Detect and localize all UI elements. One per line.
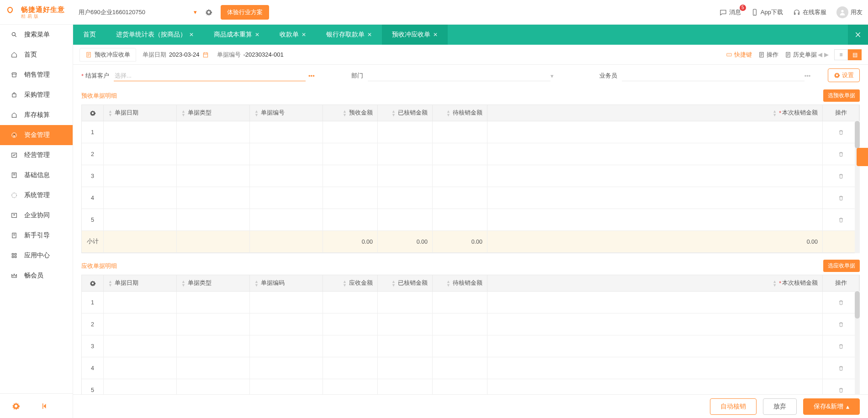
col-code[interactable]: ▲▼单据编号: [250, 105, 323, 121]
sidebar-item-6[interactable]: 经营管理: [0, 145, 73, 165]
col-amt1[interactable]: ▲▼预收金额: [323, 105, 378, 121]
table-row[interactable]: 2: [82, 143, 859, 165]
tenant-selector[interactable]: 用户690企业1660120750 ▾: [79, 8, 197, 16]
view-card-button[interactable]: ▤: [848, 49, 862, 60]
tab-4[interactable]: 银行存取款单✕: [316, 25, 382, 45]
tenant-settings-icon[interactable]: [205, 9, 212, 16]
tab-2[interactable]: 商品成本重算✕: [204, 25, 270, 45]
tab-5[interactable]: 预收冲应收单✕: [382, 25, 448, 45]
sidebar-item-12[interactable]: 畅会员: [0, 266, 73, 286]
sidebar-item-7[interactable]: 基础信息: [0, 165, 73, 185]
col-amt3[interactable]: ▲▼待核销金额: [433, 105, 487, 121]
sidebar-item-1[interactable]: 首页: [0, 45, 73, 65]
table-row[interactable]: 4: [82, 357, 859, 379]
app-download-link[interactable]: App下载: [751, 8, 783, 16]
sidebar: 搜索菜单首页销售管理采购管理库存核算资金管理经营管理基础信息系统管理企业协同新手…: [0, 25, 73, 418]
sidebar-item-0[interactable]: 搜索菜单: [0, 25, 73, 45]
sidebar-collapse-icon[interactable]: [41, 402, 49, 410]
col-amt2[interactable]: ▲▼已核销金额: [378, 105, 433, 121]
delete-row-icon[interactable]: [838, 129, 844, 136]
delete-row-icon[interactable]: [838, 217, 844, 223]
sidebar-item-11[interactable]: 应用中心: [0, 246, 73, 266]
sidebar-item-2[interactable]: 销售管理: [0, 65, 73, 85]
auto-writeoff-button[interactable]: 自动核销: [710, 398, 757, 415]
table-row[interactable]: 3: [82, 335, 859, 357]
operate-link[interactable]: 操作: [758, 51, 778, 59]
table-row[interactable]: 1: [82, 121, 859, 143]
table-row[interactable]: 5: [82, 209, 859, 231]
sidebar-icon: [10, 211, 18, 219]
next-doc-icon[interactable]: ▶: [824, 51, 829, 58]
column-settings[interactable]: [82, 275, 104, 291]
row-index: 4: [82, 187, 104, 209]
salesperson-input[interactable]: [622, 70, 804, 81]
table-scrollbar[interactable]: [855, 291, 860, 402]
table-row[interactable]: 1: [82, 292, 859, 314]
col-type[interactable]: ▲▼单据类型: [177, 105, 250, 121]
customer-lookup-icon[interactable]: •••: [308, 73, 315, 79]
tab-close-icon[interactable]: ✕: [433, 31, 438, 38]
save-new-button[interactable]: 保存&新增▴: [803, 398, 860, 415]
settings-button[interactable]: 设置: [828, 68, 860, 82]
customer-input[interactable]: [114, 70, 306, 81]
user-avatar[interactable]: 用友: [836, 6, 863, 18]
col-code[interactable]: ▲▼单据编码: [250, 275, 323, 291]
online-support-link[interactable]: 在线客服: [793, 8, 826, 16]
sidebar-icon: [10, 231, 18, 240]
col-amt2[interactable]: ▲▼已核销金额: [378, 275, 433, 291]
col-amt3[interactable]: ▲▼待核销金额: [433, 275, 487, 291]
table-row[interactable]: 4: [82, 187, 859, 209]
calendar-icon[interactable]: [202, 52, 209, 58]
discard-button[interactable]: 放弃: [763, 398, 797, 415]
tab-close-icon[interactable]: ✕: [189, 31, 194, 38]
col-amt4[interactable]: ▲▼*本次核销金额: [487, 275, 823, 291]
column-settings[interactable]: [82, 105, 104, 121]
col-amt4[interactable]: ▲▼*本次核销金额: [487, 105, 823, 121]
tabs-close-all-icon[interactable]: [848, 25, 868, 45]
delete-row-icon[interactable]: [838, 173, 844, 179]
dept-input[interactable]: [368, 70, 550, 81]
table-row[interactable]: 3: [82, 165, 859, 187]
side-handle-icon[interactable]: [857, 148, 868, 166]
tab-close-icon[interactable]: ✕: [255, 31, 259, 38]
table-scrollbar[interactable]: [855, 121, 860, 253]
delete-row-icon[interactable]: [838, 151, 844, 157]
tab-close-icon[interactable]: ✕: [367, 31, 372, 38]
col-type[interactable]: ▲▼单据类型: [177, 275, 250, 291]
promo-button[interactable]: 体验行业方案: [221, 5, 269, 20]
sidebar-item-9[interactable]: 企业协同: [0, 205, 73, 225]
sidebar-item-10[interactable]: 新手引导: [0, 225, 73, 246]
sidebar-item-3[interactable]: 采购管理: [0, 85, 73, 105]
delete-row-icon[interactable]: [838, 343, 844, 350]
delete-row-icon[interactable]: [838, 365, 844, 371]
chevron-down-icon[interactable]: ▾: [550, 73, 554, 79]
delete-row-icon[interactable]: [838, 195, 844, 201]
delete-row-icon[interactable]: [838, 387, 844, 393]
col-date[interactable]: ▲▼单据日期: [104, 275, 177, 291]
sidebar-gear-icon[interactable]: [12, 402, 20, 410]
delete-row-icon[interactable]: [838, 321, 844, 328]
table-row[interactable]: 2: [82, 314, 859, 335]
prev-doc-icon[interactable]: ◀: [818, 51, 822, 58]
shortcut-link[interactable]: 快捷键: [726, 51, 752, 59]
sidebar-item-8[interactable]: 系统管理: [0, 185, 73, 205]
row-index: 1: [82, 121, 104, 143]
select-prepay-button[interactable]: 选预收单据: [823, 89, 860, 102]
salesperson-lookup-icon[interactable]: •••: [804, 73, 811, 79]
col-amt1[interactable]: ▲▼应收金额: [323, 275, 378, 291]
tab-3[interactable]: 收款单✕: [270, 25, 316, 45]
sidebar-item-5[interactable]: 资金管理: [0, 125, 73, 145]
sidebar-footer: [0, 393, 73, 418]
tab-0[interactable]: 首页: [73, 25, 106, 45]
row-index: 2: [82, 143, 104, 165]
delete-row-icon[interactable]: [838, 299, 844, 306]
history-link[interactable]: 历史单据: [785, 51, 817, 59]
tab-label: 进货单统计表（按商品）: [116, 31, 186, 39]
messages-link[interactable]: 消息 5: [720, 8, 741, 16]
col-date[interactable]: ▲▼单据日期: [104, 105, 177, 121]
sidebar-item-4[interactable]: 库存核算: [0, 105, 73, 125]
tab-1[interactable]: 进货单统计表（按商品）✕: [106, 25, 204, 45]
select-receivable-button[interactable]: 选应收单据: [823, 260, 860, 272]
tab-close-icon[interactable]: ✕: [302, 31, 306, 38]
view-list-button[interactable]: ≡: [834, 49, 848, 60]
